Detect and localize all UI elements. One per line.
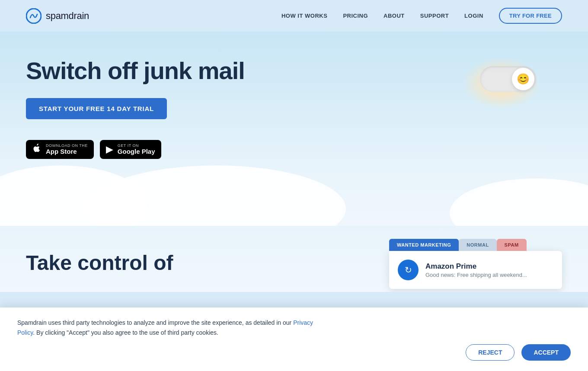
- tab-normal[interactable]: NORMAL: [459, 239, 496, 251]
- email-card: ↻ Amazon Prime Good news: Free shipping …: [389, 251, 562, 289]
- store-badges: Download on the App Store ▶ GET IT ON Go…: [26, 140, 285, 159]
- email-demo: WANTED MARKETING NORMAL SPAM ↻ Amazon Pr…: [389, 239, 562, 289]
- navbar: spamdrain HOW IT WORKS PRICING ABOUT SUP…: [0, 0, 588, 32]
- google-play-sub: GET IT ON: [118, 143, 155, 148]
- try-for-free-button[interactable]: TRY FOR FREE: [499, 8, 562, 24]
- app-store-text: Download on the App Store: [46, 143, 88, 155]
- google-play-text: GET IT ON Google Play: [118, 143, 155, 155]
- hero-content: Switch off junk mail START YOUR FREE 14 …: [26, 57, 285, 159]
- logo-text: spamdrain: [46, 10, 89, 22]
- tab-spam[interactable]: SPAM: [497, 239, 527, 251]
- email-tabs: WANTED MARKETING NORMAL SPAM: [389, 239, 562, 251]
- email-avatar: ↻: [398, 260, 419, 280]
- email-info: Amazon Prime Good news: Free shipping al…: [425, 262, 527, 278]
- email-preview: Good news: Free shipping all weekend...: [425, 272, 527, 278]
- tab-wanted-marketing[interactable]: WANTED MARKETING: [389, 239, 459, 251]
- google-play-name: Google Play: [118, 148, 155, 155]
- app-store-badge[interactable]: Download on the App Store: [26, 140, 94, 159]
- app-store-name: App Store: [46, 148, 88, 155]
- cloud-center: [86, 165, 346, 226]
- google-play-badge[interactable]: ▶ GET IT ON Google Play: [100, 140, 161, 159]
- logo[interactable]: spamdrain: [26, 8, 89, 24]
- email-sender: Amazon Prime: [425, 262, 527, 271]
- toggle-thumb: 😊: [512, 68, 534, 90]
- app-store-sub: Download on the: [46, 143, 88, 148]
- cloud-right: [450, 178, 588, 226]
- cta-button[interactable]: START YOUR FREE 14 DAY TRIAL: [26, 98, 167, 119]
- section-heading-text: Take control of: [26, 251, 173, 274]
- toggle-widget: 😊: [480, 66, 536, 92]
- hero-section: 😊 Switch off junk mail START YOUR FREE 1…: [0, 32, 588, 226]
- logo-icon: [26, 8, 42, 24]
- nav-about[interactable]: ABOUT: [383, 13, 405, 19]
- google-play-icon: ▶: [106, 144, 113, 155]
- apple-icon: [32, 143, 42, 155]
- login-link[interactable]: LOGIN: [464, 13, 483, 19]
- toggle-track[interactable]: 😊: [480, 66, 536, 92]
- toggle-emoji: 😊: [517, 73, 530, 85]
- nav-links: HOW IT WORKS PRICING ABOUT SUPPORT LOGIN…: [281, 8, 562, 24]
- nav-support[interactable]: SUPPORT: [420, 13, 449, 19]
- email-avatar-icon: ↻: [405, 265, 412, 275]
- hero-title: Switch off junk mail: [26, 57, 285, 84]
- nav-pricing[interactable]: PRICING: [343, 13, 368, 19]
- nav-how-it-works[interactable]: HOW IT WORKS: [281, 13, 327, 19]
